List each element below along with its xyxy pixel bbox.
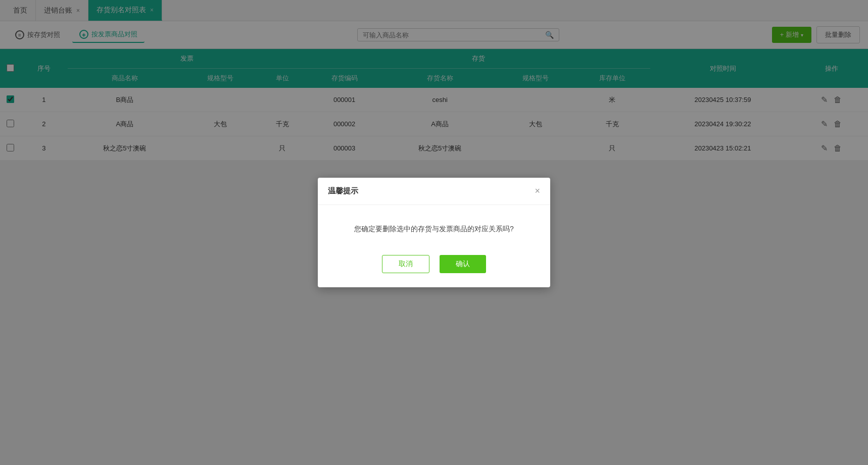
btn-cancel[interactable]: 取消 [382, 255, 429, 273]
btn-confirm-label: 确认 [456, 260, 470, 268]
btn-cancel-label: 取消 [399, 260, 413, 268]
btn-confirm[interactable]: 确认 [440, 255, 486, 273]
modal-overlay: 温馨提示 × 您确定要删除选中的存货与发票商品的对应关系吗? 取消 确认 [0, 0, 868, 465]
modal-body: 您确定要删除选中的存货与发票商品的对应关系吗? [318, 205, 550, 249]
modal-message: 您确定要删除选中的存货与发票商品的对应关系吗? [354, 225, 514, 233]
modal-dialog: 温馨提示 × 您确定要删除选中的存货与发票商品的对应关系吗? 取消 确认 [318, 178, 550, 287]
modal-footer: 取消 确认 [318, 250, 550, 287]
modal-close-button[interactable]: × [535, 186, 540, 196]
modal-title: 温馨提示 [328, 186, 358, 196]
modal-header: 温馨提示 × [318, 178, 550, 205]
